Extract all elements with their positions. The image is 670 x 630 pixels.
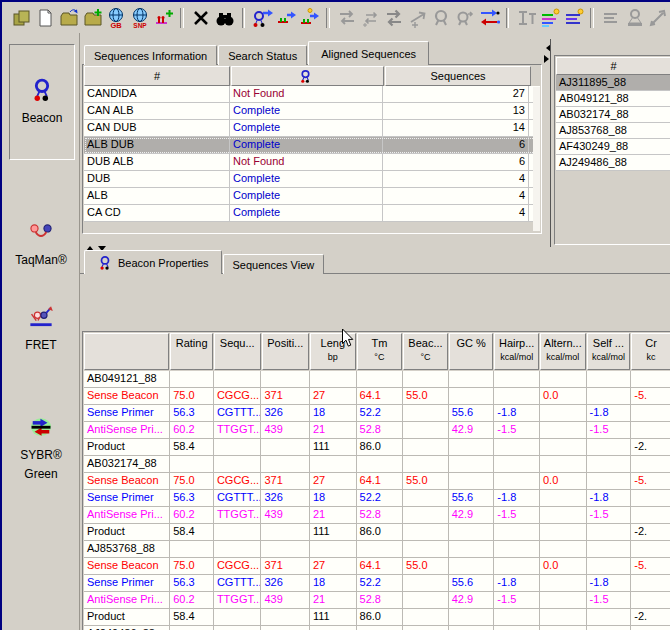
cell (631, 490, 670, 506)
search-primer-pairs-icon[interactable] (298, 6, 322, 30)
column-header-tm[interactable]: Tm°C (357, 333, 403, 370)
column-header-sequ[interactable]: Sequ... (214, 333, 261, 370)
column-header-hairp[interactable]: Hairp...kcal/mol (494, 333, 539, 370)
import-sequence-icon[interactable] (81, 6, 105, 30)
table-row[interactable]: Sense Primer56.3CGTTT...3261852.255.6-1.… (84, 575, 670, 592)
genbank-search-icon[interactable]: GB (105, 6, 129, 30)
table-row[interactable]: AntiSense Pri...60.2TTGGT...4392152.842.… (84, 592, 670, 609)
cell (310, 541, 357, 557)
tab-sequences-information[interactable]: Sequences Information (84, 45, 217, 65)
list-item[interactable]: AJ311895_88 (556, 75, 670, 91)
table-row[interactable]: Sense Primer56.3CGTTT...3261852.255.6-1.… (84, 405, 670, 422)
cell (494, 524, 540, 540)
column-header-beacon-status[interactable] (231, 66, 384, 86)
table-row[interactable]: Product58.411186.0-2. (84, 524, 670, 541)
find-icon[interactable] (213, 6, 237, 30)
group-header-row[interactable]: AB049121_88 (84, 371, 670, 388)
copy-sequences-icon[interactable] (10, 6, 34, 30)
table-row[interactable]: CA CDComplete4 (84, 205, 540, 222)
alignment-colored-icon[interactable] (538, 6, 562, 30)
toolbar-separator (242, 8, 246, 28)
beacon-loop-icon[interactable] (430, 6, 454, 30)
cell (403, 524, 449, 540)
table-row[interactable]: DUB ALBNot Found6 (84, 154, 540, 171)
table-row[interactable]: AntiSense Pri...60.2TTGGT...4392152.842.… (84, 422, 670, 439)
tab-sequences-view[interactable]: Sequences View (223, 254, 325, 274)
move-add-icon[interactable] (406, 6, 430, 30)
add-primer-icon[interactable] (152, 6, 176, 30)
sidebar-item-taqman[interactable]: TaqMan® (9, 219, 73, 265)
column-header-leng[interactable]: Lengbp (310, 333, 356, 370)
cell (540, 592, 587, 608)
tab-aligned-sequences[interactable]: Aligned Sequences (308, 41, 429, 65)
align-sequences-icon[interactable] (599, 6, 623, 30)
column-header-beac[interactable]: Beac...°C (403, 333, 448, 370)
cell: 371 (261, 473, 310, 489)
list-item[interactable]: AB032174_88 (556, 107, 670, 123)
column-header-positi[interactable]: Positi... (262, 333, 310, 370)
transfer-icon[interactable] (335, 6, 359, 30)
cell: 111 (310, 524, 357, 540)
sidebar-item-beacon[interactable]: Beacon (9, 44, 75, 160)
column-header-gc-%[interactable]: GC % (449, 333, 494, 370)
tab-beacon-properties[interactable]: Beacon Properties (84, 250, 222, 274)
table-row[interactable]: Product58.411186.0-2. (84, 609, 670, 626)
cell-sequence-name: CA CD (84, 205, 230, 221)
delete-icon[interactable] (189, 6, 213, 30)
alignment-blue-icon[interactable] (562, 6, 586, 30)
table-row[interactable]: CAN DUBComplete14 (84, 120, 540, 137)
list-item[interactable]: AF430249_88 (556, 139, 670, 155)
column-header-sequences[interactable]: Sequences (385, 66, 531, 86)
column-header-number[interactable]: # (84, 66, 230, 86)
group-header-row[interactable]: AB032174_88 (84, 456, 670, 473)
cell: 439 (261, 592, 310, 608)
column-header-accession[interactable]: # (556, 57, 670, 75)
cell (214, 609, 262, 625)
table-row[interactable]: Sense Beacon75.0CGCG...3712764.155.00.0-… (84, 558, 670, 575)
new-file-icon[interactable] (34, 6, 58, 30)
compare-icon[interactable] (646, 6, 670, 30)
beacon-properties-rows: AB049121_88Sense Beacon75.0CGCG...371276… (84, 371, 670, 630)
top-table-scroll-track[interactable] (533, 87, 540, 231)
table-row[interactable]: Sense Beacon75.0CGCG...3712764.155.00.0-… (84, 388, 670, 405)
table-row[interactable]: CANDIDANot Found27 (84, 86, 540, 103)
list-item[interactable]: AB049121_88 (556, 91, 670, 107)
cell (494, 473, 540, 489)
table-row[interactable]: AntiSense Pri...60.2TTGGT...4392152.842.… (84, 507, 670, 524)
cell (261, 456, 310, 472)
column-header-self[interactable]: Self ...kcal/mol (587, 333, 631, 370)
search-beacons-icon[interactable] (250, 6, 274, 30)
table-row[interactable]: ALBComplete4 (84, 188, 540, 205)
beacon-stamp-icon[interactable] (623, 6, 647, 30)
main-workspace: Sequences Information Search Status Alig… (80, 33, 670, 630)
cell (494, 558, 540, 574)
tab-search-status[interactable]: Search Status (218, 45, 307, 65)
beacon-export-icon[interactable] (453, 6, 477, 30)
snp-search-icon[interactable]: SNP (128, 6, 152, 30)
beacon-icon (97, 255, 113, 271)
fret-icon (9, 304, 73, 333)
column-header-rating[interactable]: Rating (170, 333, 213, 370)
tm-match-icon[interactable] (514, 6, 538, 30)
table-row[interactable]: Sense Beacon75.0CGCG...3712764.155.00.0-… (84, 473, 670, 490)
sidebar-item-sybr-green[interactable]: SYBR® Green (9, 414, 73, 478)
table-row[interactable]: DUBComplete4 (84, 171, 540, 188)
table-row[interactable]: ALB DUBComplete6 (84, 137, 540, 154)
column-header-name[interactable] (84, 333, 169, 370)
column-header-label: GC % (450, 337, 493, 349)
list-item[interactable]: AJ853768_88 (556, 123, 670, 139)
search-primers-icon[interactable] (274, 6, 298, 30)
table-row[interactable]: CAN ALBComplete13 (84, 103, 540, 120)
group-header-row[interactable]: AJ853768_88 (84, 541, 670, 558)
open-file-icon[interactable] (57, 6, 81, 30)
list-item[interactable]: AJ249486_88 (556, 155, 670, 171)
table-row[interactable]: Product58.411186.0-2. (84, 439, 670, 456)
sidebar-item-fret[interactable]: FRET (9, 304, 73, 350)
move-icon[interactable] (382, 6, 406, 30)
table-row[interactable]: Sense Primer56.3CGTTT...3261852.255.6-1.… (84, 490, 670, 507)
column-header-cr[interactable]: Crkc (631, 333, 670, 370)
sense-antisense-icon[interactable] (477, 6, 501, 30)
transfer-add-icon[interactable] (359, 6, 383, 30)
group-header-row[interactable]: AJ249486_88 (84, 626, 670, 630)
column-header-altern[interactable]: Altern...kcal/mol (540, 333, 586, 370)
